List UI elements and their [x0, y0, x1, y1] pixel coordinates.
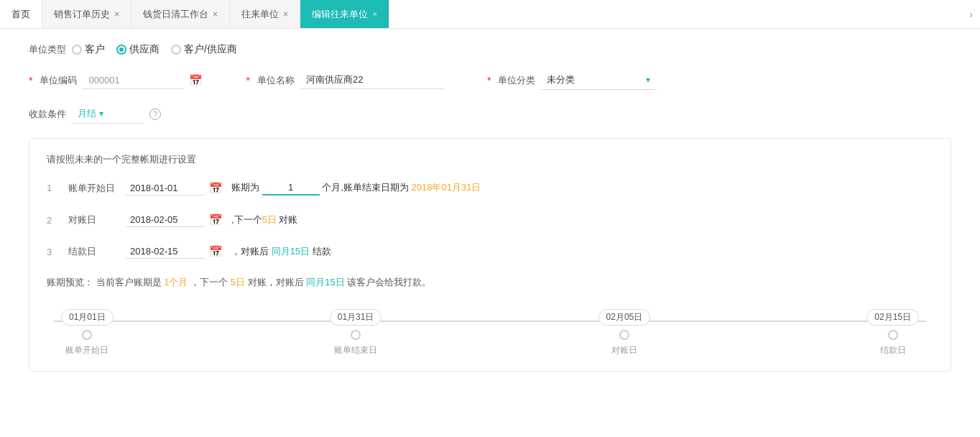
- row-1-desc-suffix: 个月,账单结束日期为: [322, 182, 409, 193]
- preview-text-3: 对账，对账后: [248, 277, 304, 288]
- payment-row: 收款条件 月结 ▾ ?: [29, 104, 951, 124]
- tab-edit-partner[interactable]: 编辑往来单位 ×: [300, 0, 389, 28]
- row-2-date-input[interactable]: [126, 213, 205, 227]
- category-arrow-icon: ▾: [646, 75, 650, 85]
- unit-type-row: 单位类型 客户 供应商 客户/供应商: [29, 43, 951, 56]
- radio-both-circle: [171, 45, 181, 55]
- settings-section: 请按照未来的一个完整帐期进行设置 1 账单开始日 📅 账期为 个月,账单结束日期…: [29, 138, 951, 372]
- payment-dropdown[interactable]: 月结 ▾: [72, 104, 144, 124]
- row-1-desc: 账期为 个月,账单结束日期为 2018年01月31日: [231, 180, 481, 196]
- category-star: *: [487, 75, 491, 86]
- preview-hl1: 1个月: [164, 277, 188, 288]
- tab-partners[interactable]: 往来单位 ×: [230, 0, 300, 28]
- preview-text-1: 当前客户账期是: [96, 277, 162, 288]
- timeline-node-1-date: 01月01日: [61, 309, 114, 326]
- name-input[interactable]: [300, 72, 444, 89]
- radio-supplier[interactable]: 供应商: [116, 43, 160, 56]
- row-2-desc-prefix: ,下一个: [231, 214, 262, 225]
- code-star: *: [29, 75, 32, 86]
- data-row-1: 1 账单开始日 📅 账期为 个月,账单结束日期为 2018年01月31日: [47, 180, 933, 196]
- row-2-date-group: 📅: [126, 213, 223, 227]
- tab-home[interactable]: 首页: [0, 0, 42, 28]
- timeline-node-1-label: 账单开始日: [65, 344, 108, 356]
- code-input[interactable]: [83, 72, 183, 89]
- row-2-desc-suffix: 对账: [277, 214, 298, 225]
- row-3-date-group: 📅: [126, 244, 223, 259]
- timeline-node-3-dot: [619, 330, 629, 340]
- row-1-cal-icon[interactable]: 📅: [209, 182, 223, 195]
- row-1-desc-prefix: 账期为: [231, 182, 259, 193]
- payment-label: 收款条件: [29, 108, 66, 121]
- timeline-node-3-label: 对账日: [611, 344, 637, 356]
- timeline-node-1: 01月01日 账单开始日: [61, 309, 114, 356]
- code-icon[interactable]: 📅: [189, 74, 203, 87]
- timeline-node-2-label: 账单结束日: [334, 344, 377, 356]
- tab-partners-close[interactable]: ×: [283, 9, 288, 19]
- radio-customer-label: 客户: [85, 43, 105, 56]
- row-3-desc-suffix: 结款: [310, 246, 331, 257]
- payment-value: 月结: [78, 107, 96, 120]
- tab-cash-work-close[interactable]: ×: [213, 9, 218, 19]
- preview-text-4: 该客户会给我打款。: [347, 277, 431, 288]
- row-2-cal-icon[interactable]: 📅: [209, 213, 223, 226]
- row-3-date-input[interactable]: [126, 244, 205, 259]
- row-3-label: 结款日: [68, 245, 126, 258]
- row-2-highlight: 5日: [262, 214, 277, 225]
- radio-supplier-circle: [116, 45, 126, 55]
- row-1-end-date: 2018年01月31日: [412, 182, 481, 193]
- data-row-3: 3 结款日 📅 ，对账后 同月15日 结款: [47, 244, 933, 259]
- timeline-node-4-label: 结款日: [880, 344, 906, 356]
- row-1-date-input[interactable]: [126, 181, 205, 196]
- category-value: 未分类: [547, 73, 643, 86]
- category-label: 单位分类: [498, 74, 535, 87]
- timeline-node-4-date: 02月15日: [866, 309, 919, 326]
- tab-scroll-right[interactable]: ›: [962, 0, 980, 28]
- tab-sales-history-label: 销售订单历史: [54, 8, 110, 21]
- tab-sales-history[interactable]: 销售订单历史 ×: [42, 0, 131, 28]
- row-3-num: 3: [47, 247, 68, 257]
- unit-type-radios: 客户 供应商 客户/供应商: [72, 43, 237, 56]
- tab-edit-partner-close[interactable]: ×: [372, 9, 377, 19]
- preview-text: 账期预览： 当前客户账期是 1个月 ，下一个 5日 对账，对账后 同月15日 该…: [47, 276, 933, 289]
- period-input[interactable]: [262, 180, 320, 196]
- tab-cash-work[interactable]: 钱货日清工作台 ×: [131, 0, 230, 28]
- payment-dropdown-arrow-icon: ▾: [99, 109, 103, 119]
- row-1-label: 账单开始日: [68, 182, 126, 195]
- main-content: 单位类型 客户 供应商 客户/供应商 * 单位编码: [0, 29, 980, 437]
- code-label: 单位编码: [40, 74, 77, 87]
- timeline-node-2-dot: [351, 330, 361, 340]
- unit-type-group: 单位类型 客户 供应商 客户/供应商: [29, 43, 237, 56]
- tab-partners-label: 往来单位: [241, 8, 279, 21]
- row-1-num: 1: [47, 183, 68, 193]
- tab-home-label: 首页: [11, 8, 30, 21]
- radio-both-label: 客户/供应商: [184, 43, 237, 56]
- row-3-highlight: 同月15日: [272, 246, 310, 257]
- category-dropdown[interactable]: 未分类 ▾: [541, 70, 656, 90]
- timeline-nodes: 01月01日 账单开始日 01月31日 账单结束日 02月05日 对账日: [61, 309, 919, 356]
- payment-group: 收款条件 月结 ▾ ?: [29, 104, 161, 124]
- name-star: *: [246, 75, 249, 86]
- tab-edit-partner-label: 编辑往来单位: [312, 8, 368, 21]
- payment-help-icon[interactable]: ?: [149, 109, 161, 120]
- timeline-node-2-date: 01月31日: [330, 309, 382, 326]
- timeline-node-3: 02月05日 对账日: [598, 309, 651, 356]
- name-group: * 单位名称: [246, 72, 443, 89]
- unit-type-label: 单位类型: [29, 43, 66, 56]
- row-3-desc: ，对账后 同月15日 结款: [231, 245, 331, 258]
- timeline-node-4-dot: [888, 330, 898, 340]
- tab-bar: 首页 销售订单历史 × 钱货日清工作台 × 往来单位 × 编辑往来单位 × ›: [0, 0, 980, 29]
- radio-customer[interactable]: 客户: [72, 43, 105, 56]
- timeline-node-4: 02月15日 结款日: [866, 309, 919, 356]
- row-2-num: 2: [47, 215, 68, 226]
- radio-both[interactable]: 客户/供应商: [171, 43, 237, 56]
- radio-supplier-label: 供应商: [129, 43, 160, 56]
- row-1-date-group: 📅: [126, 181, 223, 196]
- tab-sales-history-close[interactable]: ×: [114, 9, 119, 19]
- preview-hl2: 5日: [231, 277, 245, 288]
- name-label: 单位名称: [257, 74, 295, 87]
- code-group: * 单位编码 📅: [29, 72, 203, 89]
- row-3-desc-prefix: ，对账后: [231, 246, 272, 257]
- timeline-node-2: 01月31日 账单结束日: [330, 309, 382, 356]
- row-3-cal-icon[interactable]: 📅: [209, 245, 223, 258]
- section-title: 请按照未来的一个完整帐期进行设置: [47, 153, 933, 166]
